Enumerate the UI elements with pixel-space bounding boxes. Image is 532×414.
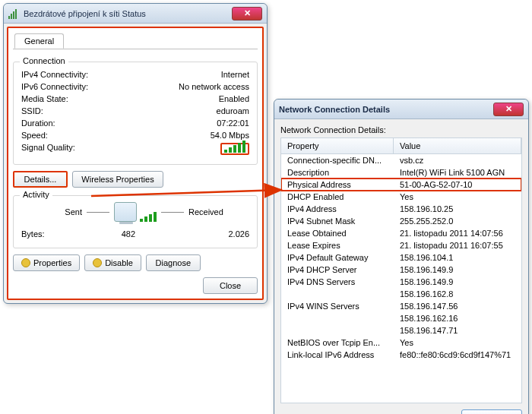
svg-line-0 (91, 190, 281, 196)
annotation-arrow (0, 0, 532, 414)
